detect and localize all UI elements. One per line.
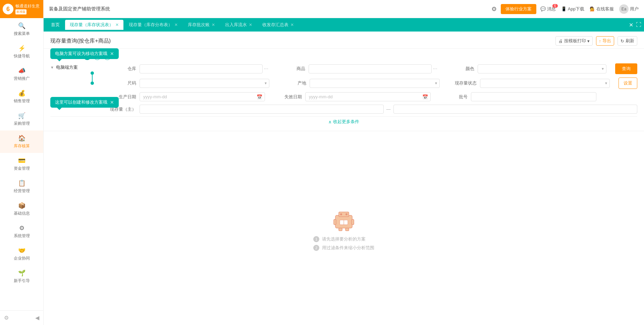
corp-icon: 🤝: [18, 247, 25, 254]
tab-close-collect-send[interactable]: ✕: [290, 22, 294, 27]
finance-icon: 💳: [18, 157, 25, 164]
tooltip-close-scheme[interactable]: ✕: [110, 100, 114, 105]
quick-icon: ⚡: [18, 45, 25, 52]
message-btn[interactable]: 💬 消息 6: [540, 6, 556, 12]
tab-batch-account[interactable]: 库存批次账 ✕: [183, 20, 220, 30]
batch-input[interactable]: [471, 92, 596, 101]
prod-date-input[interactable]: [140, 92, 265, 101]
tab-inout-flow[interactable]: 出入库流水 ✕: [220, 20, 257, 30]
sidebar-item-purchase[interactable]: 🛒 采购管理: [0, 108, 43, 130]
sidebar-item-marketing[interactable]: 📣 营销推广: [0, 63, 43, 86]
chevron-up-icon: ∧: [328, 119, 332, 124]
sidebar-label-operation: 经营管理: [14, 188, 30, 194]
collapse-label: 收起更多条件: [333, 119, 359, 125]
tooltip-desktop: 电脑方案可设为移动方案哦 ✕: [50, 48, 119, 59]
stock-main-input-2[interactable]: [393, 105, 638, 114]
color-select[interactable]: [478, 64, 606, 73]
step-num-1: 1: [313, 236, 319, 242]
tab-label-inventory-dist: 现存量（库存分布表）: [129, 22, 172, 28]
size-label: 尺码: [109, 80, 136, 86]
content-area: 现存量查询(按仓库+商品) 🖨 按模板打印 ▾ ↑ 导出 ↻ 刷新: [44, 32, 644, 325]
tab-fullscreen-icon[interactable]: ⛶: [636, 22, 641, 28]
sidebar-label-inventory: 库存核算: [14, 143, 30, 149]
logo-icon: 6: [3, 4, 13, 14]
exp-date-input[interactable]: [305, 92, 431, 101]
sidebar-item-guide[interactable]: 🌱 新手引导: [0, 265, 43, 288]
stock-main-input[interactable]: [140, 105, 384, 114]
sidebar-item-corp[interactable]: 🤝 企业协同: [0, 243, 43, 265]
search-btn[interactable]: 查询: [615, 63, 637, 74]
color-field: [478, 64, 606, 73]
tab-close-inout-flow[interactable]: ✕: [249, 22, 252, 27]
sidebar-item-basic[interactable]: 📦 基础信息: [0, 198, 43, 220]
phone-icon: 📱: [561, 6, 567, 11]
sidebar-nav: 🔍 搜索菜单 ⚡ 快捷导航 📣 营销推广 💰 销售管理 🛒 采购管理 🏠 库存核…: [0, 18, 43, 310]
filter-row-1: 仓库 ··· 商品 ··· 颜色: [109, 63, 637, 74]
batch-field: [471, 92, 596, 101]
sidebar-item-operation[interactable]: 📋 经营管理: [0, 175, 43, 198]
settings-footer-icon[interactable]: ⚙: [4, 315, 9, 321]
user-label: 用户: [630, 6, 639, 12]
tab-close-batch-account[interactable]: ✕: [212, 22, 215, 27]
service-btn[interactable]: 💁 在线客服: [590, 6, 614, 12]
connector-line: [92, 75, 93, 82]
tooltip-close-desktop[interactable]: ✕: [110, 51, 114, 56]
empty-step-2: 2 用过滤条件来缩小分析范围: [313, 245, 374, 251]
inventory-icon: 🏠: [18, 134, 25, 142]
tab-close-inventory-status[interactable]: ✕: [115, 22, 119, 27]
export-icon: ↑: [599, 39, 601, 44]
tab-close-inventory-dist[interactable]: ✕: [174, 22, 178, 27]
trial-btn[interactable]: 体验行业方案: [501, 4, 536, 14]
warehouse-input[interactable]: [140, 64, 263, 73]
print-dropdown-icon: ▾: [587, 39, 590, 44]
svg-rect-7: [352, 219, 354, 225]
collapse-bar: ∧ 收起更多条件: [50, 116, 637, 127]
size-select[interactable]: [140, 79, 269, 88]
export-btn[interactable]: ↑ 导出: [596, 36, 614, 46]
sidebar-item-inventory[interactable]: 🏠 库存核算: [0, 130, 43, 153]
tab-home[interactable]: 首页: [46, 20, 64, 30]
tab-close-all-icon[interactable]: ✕: [629, 22, 633, 28]
sidebar-label-sales: 销售管理: [14, 98, 30, 104]
connector-dot-2: [91, 82, 94, 85]
tab-inventory-dist[interactable]: 现存量（库存分布表） ✕: [124, 20, 182, 30]
filter-tree: ▼ 电脑端方案: [50, 63, 104, 71]
settings-icon[interactable]: ⚙: [491, 5, 497, 13]
sidebar-item-quick[interactable]: ⚡ 快捷导航: [0, 41, 43, 63]
filter-row-2: 尺码 产地 现存量状态 设置: [109, 77, 637, 89]
collapse-sidebar-icon[interactable]: ◀: [35, 315, 39, 321]
warehouse-field: ···: [140, 64, 268, 73]
logo-badge: 标准版: [15, 9, 26, 14]
stock-status-select[interactable]: [480, 79, 610, 88]
sidebar-label-system: 系统管理: [14, 233, 30, 239]
tab-collect-send[interactable]: 收发存汇总表 ✕: [258, 20, 299, 30]
user-btn[interactable]: Ea 用户: [619, 4, 639, 14]
sidebar-item-finance[interactable]: 💳 资金管理: [0, 153, 43, 175]
sidebar-item-search[interactable]: 🔍 搜索菜单: [0, 18, 43, 41]
scheme-desktop-label: 电脑端方案: [56, 64, 78, 70]
tab-inventory-status[interactable]: 现存量（库存状况表） ✕: [65, 20, 123, 30]
reset-btn[interactable]: 设置: [619, 77, 637, 89]
goods-field: ···: [309, 64, 437, 73]
connector: [91, 71, 94, 85]
sidebar-item-sales[interactable]: 💰 销售管理: [0, 86, 43, 108]
tooltip-desktop-text: 电脑方案可设为移动方案哦: [55, 51, 107, 57]
goods-input[interactable]: [309, 64, 432, 73]
refresh-btn[interactable]: ↻ 刷新: [618, 36, 637, 46]
app-download-btn[interactable]: 📱 App下载: [561, 6, 584, 12]
sales-icon: 💰: [18, 90, 25, 97]
warehouse-dots[interactable]: ···: [264, 66, 268, 72]
filter-fields: 仓库 ··· 商品 ··· 颜色: [109, 63, 637, 114]
tab-label-collect-send: 收发存汇总表: [262, 22, 288, 28]
sidebar-item-system[interactable]: ⚙ 系统管理: [0, 220, 43, 243]
filter-row-4: 现存量（主） —: [109, 105, 637, 114]
goods-dots[interactable]: ···: [433, 66, 437, 72]
collapse-btn[interactable]: ∧ 收起更多条件: [328, 119, 359, 125]
sidebar-logo: 6 畅通道好生意 标准版: [0, 0, 43, 18]
scheme-desktop[interactable]: ▼ 电脑端方案: [50, 63, 104, 71]
print-btn[interactable]: 🖨 按模板打印 ▾: [555, 36, 593, 46]
origin-select[interactable]: [310, 79, 439, 88]
tooltip-scheme-text: 这里可以创建和修改方案哦: [55, 99, 107, 105]
tab-label-inout-flow: 出入库流水: [225, 22, 247, 28]
filter-scheme-panel: ▼ 电脑端方案 电脑方案可设为移动方案哦 ✕ 这里可以创建和修改方案哦 ✕: [50, 63, 104, 114]
